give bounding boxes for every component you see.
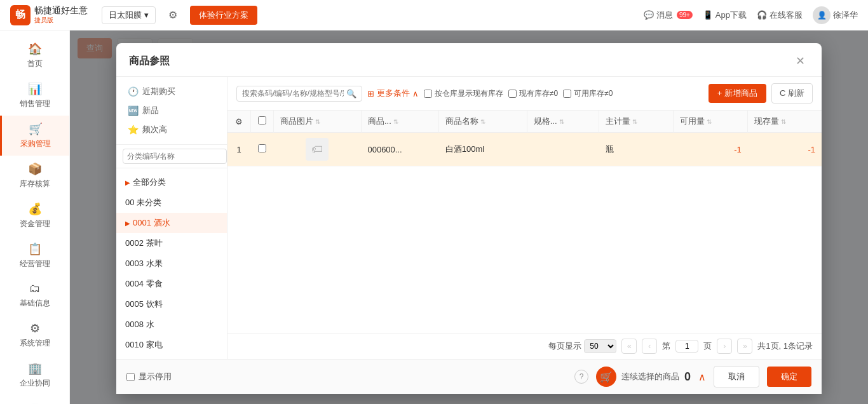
row-checkbox[interactable] <box>258 144 266 152</box>
cat-item-0002[interactable]: 0002 茶叶 <box>116 233 227 253</box>
cat-item-label: 0002 茶叶 <box>125 238 163 249</box>
per-page-label: 每页显示 <box>548 340 581 352</box>
experience-button[interactable]: 体验行业方案 <box>190 6 257 25</box>
sidebar-item-inventory[interactable]: 📦 库存核算 <box>0 156 69 196</box>
message-icon: 💬 <box>644 10 654 20</box>
total-records: 共1页, 1条记录 <box>757 340 813 352</box>
th-unit[interactable]: 主计量⇅ <box>599 111 674 133</box>
cat-quick-recent[interactable]: 🕐 近期购买 <box>123 82 220 101</box>
first-page-button[interactable]: « <box>621 339 637 354</box>
gear-icon[interactable]: ⚙ <box>163 6 182 25</box>
select-all-checkbox[interactable] <box>258 116 266 125</box>
refresh-button[interactable]: C 刷新 <box>771 83 813 104</box>
footer-right: ? 🛒 连续选择的商品 0 ∧ 取消 确定 <box>574 366 811 387</box>
cat-item-0001[interactable]: ▶ 0001 酒水 <box>116 213 227 233</box>
modal-product-reference: 商品参照 ✕ 🕐 近期购买 🆕 <box>116 43 822 394</box>
sidebar-item-sales[interactable]: 📊 销售管理 <box>0 76 69 116</box>
filter-available-ne0-check[interactable]: 可用库存≠0 <box>563 88 613 99</box>
sidebar-item-business[interactable]: 📋 经营管理 <box>0 236 69 276</box>
cart-icon[interactable]: 🛒 <box>596 367 616 387</box>
available-ne0-checkbox[interactable] <box>563 90 571 98</box>
sidebar-item-enterprise[interactable]: 🏢 企业协同 <box>0 355 69 395</box>
sidebar-item-basic[interactable]: 🗂 基础信息 <box>0 276 69 315</box>
cat-item-0005[interactable]: 0005 饮料 <box>116 294 227 314</box>
cat-item-0003[interactable]: 0003 水果 <box>116 253 227 274</box>
filter-icon: ⊞ <box>367 89 374 98</box>
filter-more-button[interactable]: ⊞ 更多条件 ∧ <box>367 88 419 99</box>
sidebar-item-label: 采购管理 <box>20 138 51 149</box>
sidebar-item-label: 系统管理 <box>20 338 50 349</box>
main-panel: 🔍 ⊞ 更多条件 ∧ 按仓库显示现有库存 <box>227 77 822 359</box>
last-page-button[interactable]: » <box>737 339 752 354</box>
cart-label: 连续选择的商品 <box>621 371 679 382</box>
sidebar-item-label: 经营管理 <box>20 259 50 269</box>
phone-icon: 📱 <box>703 10 713 20</box>
td-checkbox[interactable] <box>250 133 273 166</box>
page-number-input[interactable] <box>675 340 698 353</box>
modal-body: 🕐 近期购买 🆕 新品 ⭐ 频次高 <box>116 77 822 359</box>
next-page-button[interactable]: › <box>717 339 732 354</box>
cart-toggle-button[interactable]: ∧ <box>698 371 706 383</box>
chevron-up-icon: ∧ <box>412 89 419 98</box>
search-icon[interactable]: 🔍 <box>346 89 356 98</box>
cat-item-all[interactable]: ▶ 全部分类 <box>116 172 227 192</box>
confirm-button[interactable]: 确定 <box>767 367 811 387</box>
sidebar-item-finance[interactable]: 💰 资金管理 <box>0 196 69 236</box>
modal-close-button[interactable]: ✕ <box>791 52 809 70</box>
cat-item-00[interactable]: 00 未分类 <box>116 192 227 213</box>
footer-left: 显示停用 <box>126 371 172 382</box>
nav-service[interactable]: 🎧 在线客服 <box>757 10 803 21</box>
cat-quick-new[interactable]: 🆕 新品 <box>123 101 220 120</box>
per-page-select[interactable]: 50 100 200 <box>584 339 616 353</box>
sidebar-item-guide[interactable]: 📖 新手引导 <box>0 395 69 404</box>
th-image[interactable]: 商品图片⇅ <box>273 111 361 133</box>
sidebar-item-home[interactable]: 🏠 首页 <box>0 36 69 76</box>
finance-icon: 💰 <box>28 202 42 216</box>
add-product-button[interactable]: + 新增商品 <box>709 84 766 103</box>
th-code[interactable]: 商品...⇅ <box>361 111 438 133</box>
headset-icon: 🎧 <box>757 10 767 20</box>
cat-item-label: 00 未分类 <box>125 197 161 208</box>
cat-item-label: 0001 酒水 <box>133 217 170 229</box>
cancel-button[interactable]: 取消 <box>714 366 759 387</box>
cat-item-0004[interactable]: 0004 零食 <box>116 274 227 294</box>
cat-all-label: 全部分类 <box>133 177 166 188</box>
table-row[interactable]: 1 🏷 <box>227 133 822 166</box>
category-list: ▶ 全部分类 00 未分类 ▶ 0001 酒水 0002 茶 <box>116 168 227 359</box>
th-name[interactable]: 商品名称⇅ <box>439 111 527 133</box>
prev-page-button[interactable]: ‹ <box>642 339 657 354</box>
cat-item-0010[interactable]: 0010 家电 <box>116 335 227 355</box>
frequent-icon: ⭐ <box>128 125 139 135</box>
th-available[interactable]: 可用量⇅ <box>674 111 748 133</box>
cat-item-0008[interactable]: 0008 水 <box>116 314 227 335</box>
td-unit: 瓶 <box>599 133 674 166</box>
stock-ne0-label: 现有库存≠0 <box>519 88 558 99</box>
cat-quick-recent-label: 近期购买 <box>142 86 175 97</box>
th-spec[interactable]: 规格...⇅ <box>527 111 599 133</box>
recent-icon: 🕐 <box>128 86 139 97</box>
nav-user[interactable]: 👤 徐泽华 <box>813 6 858 24</box>
top-nav: 畅 畅捷通好生意 捷员版 日太阳膜 ▾ ⚙ 体验行业方案 💬 消息 99+ 📱 … <box>0 0 868 30</box>
filter-more-label: 更多条件 <box>377 88 410 99</box>
cat-search-area: 🔍 <box>116 145 227 168</box>
cat-search-input[interactable] <box>123 149 227 164</box>
sidebar-item-purchase[interactable]: 🛒 采购管理 <box>0 116 69 156</box>
warehouse-checkbox[interactable] <box>424 90 432 98</box>
filter-warehouse-check[interactable]: 按仓库显示现有库存 <box>424 88 503 99</box>
system-icon: ⚙ <box>30 321 40 335</box>
stock-ne0-checkbox[interactable] <box>508 90 517 98</box>
filter-stock-ne0-check[interactable]: 现有库存≠0 <box>508 88 558 99</box>
logo: 畅 畅捷通好生意 捷员版 <box>10 5 88 25</box>
product-search-input[interactable] <box>242 89 344 98</box>
sidebar-item-system[interactable]: ⚙ 系统管理 <box>0 315 69 355</box>
nav-messages[interactable]: 💬 消息 99+ <box>644 10 693 21</box>
cat-quick-frequent[interactable]: ⭐ 频次高 <box>123 120 220 139</box>
show-disabled-checkbox[interactable] <box>126 373 135 381</box>
help-icon[interactable]: ? <box>574 370 588 384</box>
th-stock[interactable]: 现存量⇅ <box>748 111 822 133</box>
nav-selector[interactable]: 日太阳膜 ▾ <box>102 6 156 24</box>
cart-count: 0 <box>684 370 691 384</box>
th-settings[interactable]: ⚙ <box>227 111 250 133</box>
th-checkbox[interactable] <box>250 111 273 133</box>
nav-app-download[interactable]: 📱 App下载 <box>703 10 747 21</box>
